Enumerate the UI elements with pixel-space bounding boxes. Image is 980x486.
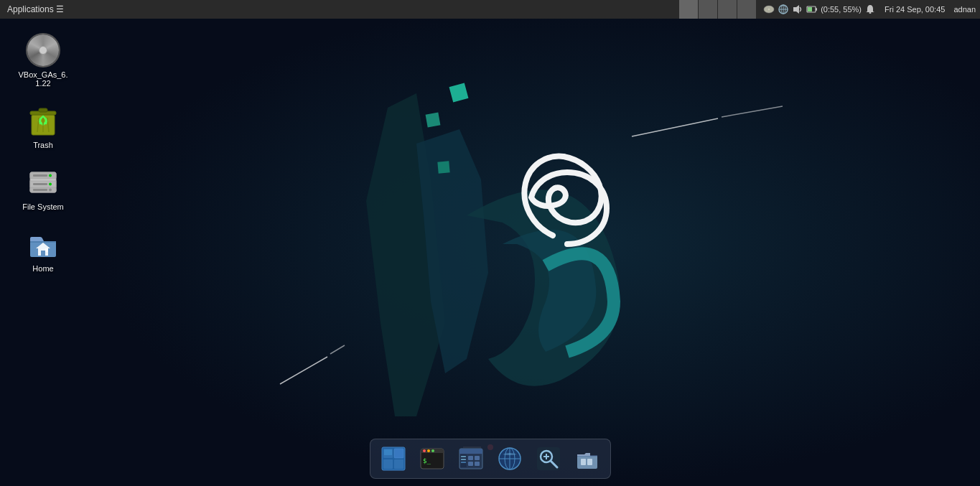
svg-point-35: [49, 174, 52, 177]
applications-menu[interactable]: Applications ☰: [0, 4, 71, 14]
battery-text: (0:55, 55%): [821, 5, 862, 14]
svg-point-12: [767, 8, 770, 11]
network-icon[interactable]: [778, 4, 789, 15]
svg-rect-61: [461, 456, 466, 457]
desktop-icon-vbox[interactable]: VBox_GAs_6.1.22: [7, 29, 79, 92]
svg-point-37: [49, 189, 52, 192]
taskbar-item-thunar[interactable]: [452, 442, 490, 475]
svg-rect-62: [461, 459, 466, 460]
svg-text:$_: $_: [423, 457, 431, 464]
battery-icon[interactable]: [806, 4, 818, 15]
svg-rect-63: [461, 462, 466, 463]
svg-rect-20: [808, 7, 812, 11]
svg-rect-32: [33, 174, 47, 177]
svg-line-8: [722, 106, 783, 117]
svg-line-6: [330, 345, 345, 354]
svg-rect-48: [384, 449, 392, 455]
home-label: Home: [32, 264, 53, 273]
filesystem-icon: [26, 165, 60, 200]
clock[interactable]: Fri 24 Sep, 00:45: [880, 5, 949, 14]
trash-label: Trash: [33, 141, 53, 149]
svg-rect-47: [394, 459, 403, 469]
menu-arrow: ☰: [56, 4, 64, 14]
svg-rect-33: [33, 183, 47, 185]
desktop-icon-trash[interactable]: Trash: [7, 99, 79, 154]
svg-rect-38: [30, 241, 56, 243]
svg-rect-4: [437, 161, 449, 173]
svg-rect-67: [475, 462, 480, 466]
systray: (0:55, 55%): [759, 4, 880, 15]
applications-label: Applications: [7, 4, 54, 14]
svg-rect-45: [394, 449, 403, 458]
svg-rect-1: [0, 0, 980, 486]
vbox-icon: [26, 33, 60, 67]
desktop-icon-home[interactable]: Home: [7, 223, 79, 277]
workspace-btn-2[interactable]: [699, 0, 717, 19]
desktop-icons: VBox_GAs_6.1.22: [7, 29, 79, 277]
svg-line-5: [280, 357, 327, 384]
svg-rect-0: [0, 0, 980, 486]
svg-rect-66: [468, 462, 473, 466]
workspace-btn-3[interactable]: [718, 0, 737, 19]
taskbar-item-browser[interactable]: [491, 442, 528, 475]
svg-rect-21: [869, 12, 872, 14]
svg-rect-65: [475, 456, 480, 460]
svg-rect-78: [587, 459, 592, 465]
workspace-btn-1[interactable]: [679, 0, 698, 19]
taskbar-item-search[interactable]: [530, 442, 567, 475]
svg-point-53: [427, 449, 430, 452]
svg-rect-42: [45, 248, 48, 252]
taskbar-item-xfdesktop[interactable]: [375, 442, 412, 475]
svg-rect-58: [459, 452, 482, 454]
svg-point-54: [431, 449, 434, 452]
svg-marker-17: [793, 5, 799, 14]
workspace-btn-4[interactable]: [737, 0, 756, 19]
svg-point-36: [49, 183, 52, 186]
svg-rect-46: [383, 459, 393, 469]
svg-rect-77: [581, 459, 586, 465]
svg-rect-24: [39, 108, 47, 112]
home-icon: [26, 227, 60, 261]
svg-line-7: [632, 118, 718, 136]
top-panel: Applications ☰: [0, 0, 980, 19]
notification-icon[interactable]: [864, 4, 876, 15]
desktop-icon-filesystem[interactable]: File System: [7, 161, 79, 215]
vbox-label: VBox_GAs_6.1.22: [18, 70, 67, 88]
svg-rect-64: [468, 456, 473, 460]
taskbar: $_: [370, 439, 611, 479]
taskbar-item-files[interactable]: [569, 442, 606, 475]
cd-tray-icon[interactable]: [763, 4, 775, 15]
svg-rect-19: [816, 8, 817, 11]
filesystem-label: File System: [22, 202, 63, 211]
svg-point-52: [423, 449, 426, 452]
svg-rect-2: [449, 83, 469, 103]
username[interactable]: adnan: [949, 5, 980, 14]
svg-rect-41: [41, 251, 45, 256]
desktop: Applications ☰: [0, 0, 980, 486]
volume-icon[interactable]: [792, 4, 803, 15]
trash-icon: [26, 103, 60, 138]
svg-rect-34: [33, 189, 47, 191]
taskbar-item-terminal[interactable]: $_: [414, 442, 451, 475]
svg-rect-3: [426, 113, 441, 128]
